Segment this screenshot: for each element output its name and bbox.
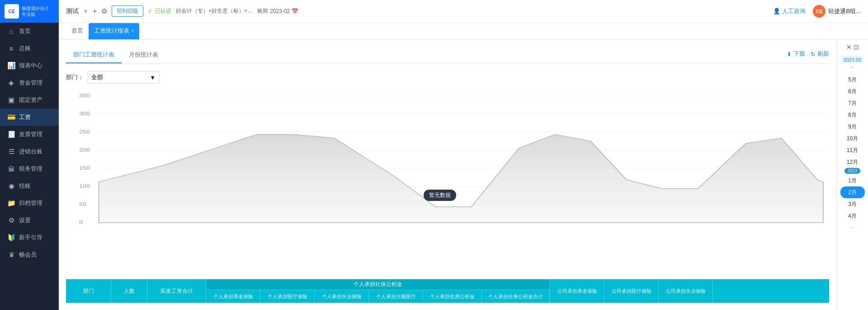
sidebar-item-invoice[interactable]: 🧾 发票管理	[0, 126, 59, 143]
sidebar-item-label: 畅会员	[19, 251, 37, 259]
add-button[interactable]: +	[93, 7, 97, 15]
sidebar-item-vip[interactable]: ♛ 畅会员	[0, 246, 59, 263]
topbar-period: 账期 2023-02 📅	[257, 7, 298, 15]
sidebar-item-label: 总账	[19, 44, 31, 52]
month-10[interactable]: 10月	[840, 133, 865, 144]
svg-text:0: 0	[79, 219, 83, 225]
refresh-button[interactable]: ↻ 刷新	[811, 50, 829, 58]
month-6[interactable]: 6月	[840, 86, 865, 97]
sidebar-item-label: 归档管理	[19, 199, 42, 207]
refresh-icon: ↻	[811, 51, 816, 57]
month-9[interactable]: 9月	[840, 121, 865, 133]
topbar-dropdown-icon[interactable]: ▼	[83, 9, 88, 14]
sidebar-item-home[interactable]: ⌂ 首页	[0, 23, 59, 40]
th-personal-medical: 个人承担医疗保险	[260, 290, 315, 303]
sidebar-item-guide[interactable]: 🔰 新手引导	[0, 229, 59, 246]
topbar-right: 👤 人工咨询 CE 轻捷通B组...	[773, 5, 861, 18]
tab-salary-report[interactable]: 工资统计报表 ×	[89, 23, 139, 39]
download-button[interactable]: ⬇ 下载	[787, 50, 805, 58]
th-personal-unemployment: 个人承担失业保险	[315, 290, 369, 303]
topbar-tags: 好会计（专）+好生意（标）+…	[176, 7, 253, 15]
salary-chart: 350 300 250 200 150 100 50 0	[66, 89, 829, 243]
tabbar: 首页 工资统计报表 ×	[59, 23, 868, 40]
th-personal-pension: 个人承担养老保险	[206, 290, 260, 303]
th-personal-bigmedical: 个人承担大额医疗	[369, 290, 423, 303]
no-data-tooltip: 暂无数据	[424, 190, 456, 201]
user-menu[interactable]: CE 轻捷通B组...	[813, 5, 861, 18]
sidebar-item-label: 资金管理	[19, 79, 42, 87]
month-12[interactable]: 12月	[840, 156, 865, 168]
sidebar-item-label: 进销台账	[19, 148, 42, 156]
th-company-unemployment: 公司承担失业保险	[659, 279, 713, 303]
panel-expand-icon[interactable]: ⊡	[854, 43, 859, 51]
download-icon: ⬇	[787, 51, 792, 57]
tab-close-icon[interactable]: ×	[131, 28, 134, 33]
right-panel: ✕ ⊡ 2023.02 ⌃ 5月 6月 7月 8月 9月 10月 11月 12月…	[836, 40, 868, 310]
month-5[interactable]: 5月	[840, 74, 865, 86]
th-personal-housing: 个人承担住房公积金	[423, 290, 482, 303]
sidebar-item-assets[interactable]: ▣ 固定资产	[0, 91, 59, 109]
sidebar-item-sales[interactable]: ☰ 进销台账	[0, 143, 59, 160]
funds-icon: ◈	[7, 79, 15, 87]
cert-status: ✓ 已认证	[148, 7, 171, 15]
nav-up-button[interactable]: ⌃	[849, 65, 855, 74]
settings-button[interactable]: ⚙	[101, 7, 107, 15]
sub-tab-dept[interactable]: 部门工资统计表	[66, 47, 122, 63]
dept-label: 部门：	[66, 73, 84, 81]
content-main: 部门工资统计表 月份统计表 ⬇ 下载 ↻ 刷新	[59, 40, 836, 310]
table-header: 部门 人数 应发工资合计 个人承担社保公积金 个人承担养老保险 个人承担医疗保险…	[66, 279, 829, 303]
sidebar-item-salary[interactable]: 💳 工资	[0, 109, 59, 126]
sidebar-item-settle[interactable]: ◉ 结账	[0, 177, 59, 195]
consultant-button[interactable]: 👤 人工咨询	[773, 7, 806, 15]
sidebar-item-label: 新手引导	[19, 234, 42, 242]
current-date-label: 2023.02	[842, 56, 863, 63]
svg-text:350: 350	[79, 93, 90, 99]
user-avatar: CE	[813, 5, 826, 18]
guide-icon: 🔰	[7, 234, 15, 242]
sidebar-item-archive[interactable]: 📁 归档管理	[0, 195, 59, 212]
th-dept: 部门	[66, 279, 111, 303]
sidebar-item-funds[interactable]: ◈ 资金管理	[0, 74, 59, 91]
topbar: 测试 ▼ + ⚙ 切到旧版 ✓ 已认证 好会计（专）+好生意（标）+… 账期 2…	[59, 0, 868, 23]
sidebar-item-tax[interactable]: 🏛 税务管理	[0, 160, 59, 177]
svg-text:200: 200	[79, 147, 90, 153]
month-3[interactable]: 3月	[840, 198, 865, 210]
vip-icon: ♛	[7, 251, 15, 259]
filter-toolbar: 部门： 全部 ▼	[66, 71, 829, 84]
sidebar-item-ledger[interactable]: ≡ 总账	[0, 40, 59, 57]
ledger-icon: ≡	[7, 45, 15, 52]
month-8[interactable]: 8月	[840, 109, 865, 121]
invoice-icon: 🧾	[7, 130, 15, 138]
cert-label: 已认证	[155, 7, 171, 15]
logo-text: 畅捷通好会计 专业版	[22, 5, 49, 17]
nav-down-button[interactable]: ⌄	[849, 222, 855, 230]
sidebar: CE 畅捷通好会计 专业版 ⌂ 首页 ≡ 总账 📊 报表中心 ◈ 资金管理 ▣ …	[0, 0, 59, 310]
calendar-icon[interactable]: 📅	[292, 8, 298, 14]
panel-close-icon[interactable]: ✕	[846, 43, 852, 52]
consultant-icon: 👤	[773, 8, 780, 14]
main-area: 测试 ▼ + ⚙ 切到旧版 ✓ 已认证 好会计（专）+好生意（标）+… 账期 2…	[59, 0, 868, 310]
settle-icon: ◉	[7, 182, 15, 190]
sidebar-item-reports[interactable]: 📊 报表中心	[0, 57, 59, 74]
dropdown-arrow-icon: ▼	[150, 74, 156, 81]
tab-home[interactable]: 首页	[66, 23, 89, 39]
dept-select[interactable]: 全部 ▼	[87, 71, 160, 84]
svg-text:50: 50	[79, 201, 86, 207]
sidebar-item-label: 结账	[19, 182, 31, 190]
logo-icon: CE	[5, 4, 19, 19]
month-7[interactable]: 7月	[840, 97, 865, 109]
toolbar-left: 部门： 全部 ▼	[66, 71, 160, 84]
username-label: 轻捷通B组...	[828, 7, 861, 15]
month-2[interactable]: 2月	[840, 186, 865, 198]
reports-icon: 📊	[7, 62, 15, 70]
month-1[interactable]: 1月	[840, 175, 865, 186]
sub-tab-monthly[interactable]: 月份统计表	[122, 47, 165, 63]
sidebar-item-settings[interactable]: ⚙ 设置	[0, 212, 59, 229]
switch-version-button[interactable]: 切到旧版	[112, 5, 143, 17]
sidebar-item-label: 首页	[19, 27, 31, 35]
topbar-title: 测试	[66, 7, 79, 15]
month-4[interactable]: 4月	[840, 210, 865, 222]
month-11[interactable]: 11月	[840, 144, 865, 156]
svg-text:250: 250	[79, 129, 90, 135]
sidebar-item-label: 税务管理	[19, 165, 42, 173]
